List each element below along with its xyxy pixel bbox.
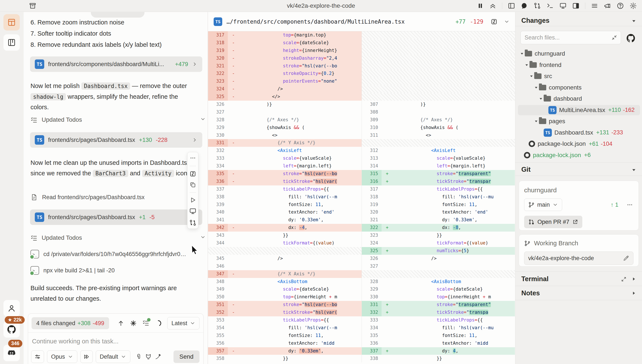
diff-code-line[interactable]: 321 dy: '0.33em', <box>362 216 515 224</box>
file-change-chip[interactable]: TS frontend/src/pages/Dashboard.tsx +1 -… <box>30 210 202 225</box>
checklist-status-icon[interactable] <box>142 319 149 326</box>
diff-code-line[interactable]: 345 /> <box>208 255 362 262</box>
diff-code-line[interactable]: 355 fontSize: 11, <box>208 332 362 340</box>
diff-code-line[interactable]: 320- strokeDasharray="2,4 <box>208 54 362 62</box>
diff-code-line[interactable]: 318- scale={dateScale} <box>208 39 362 47</box>
caret-down-icon[interactable] <box>524 63 529 67</box>
run-icon[interactable] <box>190 197 196 203</box>
attachment-icon[interactable] <box>136 354 142 360</box>
collapse-tree-icon[interactable] <box>611 34 617 40</box>
diff-code-line[interactable]: 307 )} <box>362 101 515 108</box>
discord-button[interactable] <box>4 345 20 361</box>
diff-code-line[interactable]: 348 <AxisBottom <box>208 278 362 286</box>
files-changed-chip[interactable]: 4 files changed +308 -499 <box>32 317 109 329</box>
working-branch-field[interactable]: vk/4e2a-explore-the-code <box>524 252 633 265</box>
caret-down-icon[interactable] <box>533 119 539 124</box>
diff-code-line[interactable]: 351- stroke="hsl(var(--bo <box>208 301 362 309</box>
diff-code-line[interactable]: 316+ tickStroke="transpar <box>362 178 515 186</box>
diff-code-line[interactable]: 313 scale={valueScale} <box>362 154 515 162</box>
diff-view-toggle-icon[interactable] <box>491 18 497 25</box>
diff-code-line[interactable]: 335 fontSize: 11, <box>362 332 515 340</box>
diff-code-line[interactable]: 331+ stroke="transparent" <box>362 301 515 309</box>
menu-icon[interactable] <box>591 2 598 10</box>
mode-selector[interactable]: Default <box>96 350 131 363</box>
diff-code-line[interactable]: 323- pointerEvents="none" <box>208 78 362 85</box>
collapse-section-icon[interactable] <box>631 168 636 172</box>
diff-code-line[interactable]: 353 tickLabelProps={{ <box>208 316 362 324</box>
expand-icon[interactable] <box>621 276 626 282</box>
tree-item-package-lock-json[interactable]: package-lock.json+6 <box>515 150 642 161</box>
more-options-icon[interactable] <box>189 154 197 162</box>
tree-item-multilinearea-tsx[interactable]: TSMultiLineArea.tsx+110-162 <box>515 104 642 116</box>
file-search[interactable] <box>520 31 621 44</box>
tree-item-src[interactable]: src <box>515 70 642 82</box>
diff-code-line[interactable]: 356 textAnchor: 'midd <box>208 340 362 347</box>
diff-code-line[interactable]: 328 <AxisBottom <box>362 278 515 286</box>
fast-forward-button[interactable] <box>80 350 93 363</box>
collapse-up-icon[interactable] <box>489 2 496 10</box>
diff-code-line[interactable]: 324- /> <box>208 85 362 93</box>
caret-down-icon[interactable] <box>533 86 539 90</box>
diff-code-line[interactable]: 325- </> <box>208 93 362 101</box>
diff-code-line[interactable]: 317- top={margin.top} <box>208 31 362 39</box>
chat-bubble-icon[interactable] <box>521 2 528 10</box>
diff-code-line[interactable]: 322- strokeOpacity={0.2} <box>208 70 362 78</box>
updated-todos-row[interactable]: Updated Todos <box>31 116 202 123</box>
spark-icon[interactable] <box>130 320 137 327</box>
diff-code-line[interactable]: 352- tickStroke="hsl(var( <box>208 309 362 316</box>
layout-view-button[interactable] <box>4 14 20 30</box>
diff-code-line[interactable]: 317 tickLabelProps={{ <box>362 186 515 193</box>
diff-code-line[interactable]: 350 top={innerHeight + m <box>208 293 362 301</box>
read-file-row[interactable]: Read frontend/src/pages/Dashboard.tsx <box>31 194 145 201</box>
diff-code-line[interactable]: 342- dx: -4, <box>208 224 362 232</box>
diff-code-line[interactable]: 332 <AxisLeft <box>208 147 362 154</box>
tree-item-dashboard[interactable]: dashboard <box>515 93 642 104</box>
chevron-down-icon[interactable] <box>200 116 206 122</box>
git-compare-icon[interactable] <box>189 219 197 226</box>
copy-icon[interactable] <box>190 182 196 188</box>
diff-code-line[interactable]: 318 fill: 'hsl(var(--mu <box>362 193 515 201</box>
diff-code-line[interactable]: 339 fontSize: 11, <box>208 201 362 208</box>
diff-code-line[interactable]: 336- tickStroke="hsl(var( <box>208 178 362 186</box>
diff-code-line[interactable]: 315+ stroke="transparent" <box>362 170 515 178</box>
diff-code-line[interactable]: 354 fill: 'hsl(var(--m <box>208 324 362 332</box>
diff-code-line[interactable]: 330 <> <box>208 132 362 139</box>
settings-sliders-button[interactable] <box>31 350 44 363</box>
diff-code-line[interactable]: 324 tickFormat={(value) <box>362 239 515 247</box>
diff-code-line[interactable]: 310 {showAxis && ( <box>362 124 515 132</box>
diff-code-line[interactable]: 322+ dx: -8, <box>362 224 515 232</box>
terminal-icon[interactable] <box>546 2 554 10</box>
version-selector[interactable]: Latest <box>167 317 200 330</box>
diff-code-line[interactable]: 337+ dy: 4, <box>362 347 515 355</box>
diff-code-line[interactable]: 327 <box>362 262 515 270</box>
diff-code-line[interactable]: 340 textAnchor: 'end' <box>208 208 362 216</box>
send-button[interactable]: Send <box>174 350 200 363</box>
diff-body[interactable]: 317- top={margin.top}318- scale={dateSca… <box>208 31 515 364</box>
panel-right-icon[interactable] <box>572 2 579 10</box>
github-icon[interactable] <box>626 34 635 43</box>
panel-left-icon[interactable] <box>508 2 515 10</box>
chevron-down-icon[interactable] <box>504 19 509 24</box>
diff-code-line[interactable]: 357- dy: '0.33em', <box>208 347 362 355</box>
collapse-section-icon[interactable] <box>631 18 636 24</box>
git-compare-icon[interactable] <box>533 2 541 10</box>
message-input[interactable]: Continue working on this task... <box>28 333 203 345</box>
diff-code-line[interactable]: 333 tickLabelProps={{ <box>362 316 515 324</box>
diff-code-line[interactable]: 349 scale={dateScale} <box>208 286 362 293</box>
diff-code-line[interactable]: 338 fill: 'hsl(var(--m <box>208 193 362 201</box>
diff-code-line[interactable]: 319 fontSize: 11, <box>362 201 515 208</box>
upload-icon[interactable] <box>118 320 124 327</box>
diff-code-line[interactable]: 329 scale={dateScale} <box>362 286 515 293</box>
more-options-icon[interactable] <box>626 201 633 208</box>
caret-down-icon[interactable] <box>538 96 544 101</box>
diff-code-line[interactable]: 326 /> <box>362 255 515 262</box>
monitor-icon[interactable] <box>559 2 567 10</box>
diff-code-line[interactable]: 319- height={innerHeight} <box>208 47 362 54</box>
diff-code-line[interactable]: 328 {/* Axes */} <box>208 116 362 124</box>
github-button[interactable] <box>4 321 20 338</box>
search-input[interactable] <box>524 34 611 41</box>
diff-code-line[interactable]: 335- stroke="hsl(var(--bo <box>208 170 362 178</box>
megaphone-icon[interactable] <box>604 2 611 10</box>
caret-down-icon[interactable] <box>529 74 534 78</box>
open-pr-button[interactable]: Open PR #7 <box>524 216 582 228</box>
